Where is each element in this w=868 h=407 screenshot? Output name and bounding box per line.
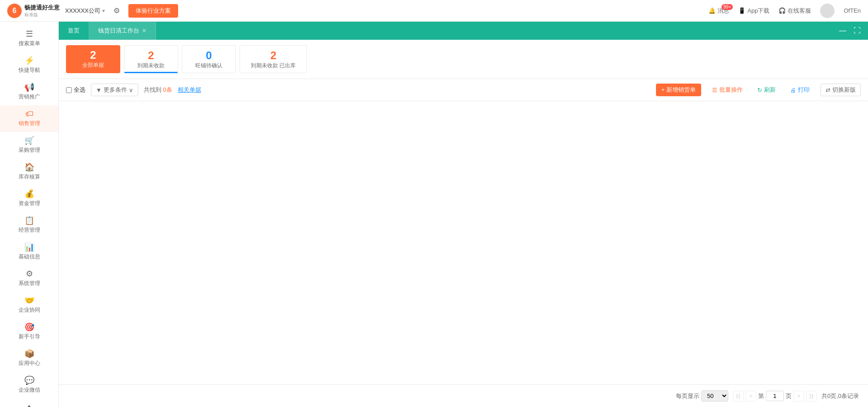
- select-all-input[interactable]: [66, 87, 72, 93]
- summary-cards: 2 全部单据 2 到期未收款 0 旺铺待确认 2 到期未收款 已出库: [59, 40, 868, 79]
- settings-icon[interactable]: ⚙: [110, 5, 123, 17]
- notification-action[interactable]: 🔔 消息 99+: [708, 7, 729, 15]
- refresh-icon: ↻: [757, 87, 762, 94]
- app-download-label: App下载: [747, 7, 769, 15]
- enterprise-icon: 🤝: [24, 296, 34, 304]
- card-overdue-out-label: 到期未收款 已出库: [251, 62, 296, 70]
- tab-bar: 首页 钱货日清工作台 ✕ — ⛶: [59, 22, 868, 40]
- sidebar-item-app-center[interactable]: 📦 应用中心: [0, 345, 58, 372]
- finance-icon: 💰: [24, 190, 34, 198]
- toolbar: 全选 ▼ 更多条件 ∨ 共找到 0条 相关单据 + 新增销货单: [59, 79, 868, 101]
- sidebar-item-basic-info[interactable]: 📊 基础信息: [0, 239, 58, 265]
- card-all[interactable]: 2 全部单据: [66, 45, 120, 73]
- sidebar-item-system[interactable]: ⚙ 系统管理: [0, 265, 58, 292]
- select-all-checkbox[interactable]: 全选: [66, 86, 85, 94]
- found-count: 0条: [163, 86, 172, 93]
- sidebar-label-wechat: 企业微信: [19, 386, 40, 394]
- page-unit: 页: [786, 392, 792, 400]
- card-overdue[interactable]: 2 到期未收款: [124, 45, 178, 73]
- sidebar-label-search: 搜索菜单: [19, 40, 40, 47]
- top-header: 6 畅捷通好生意 标准版 XXXXXX公司 ▾ ⚙ 体验行业方案 🔔 消息 99…: [0, 0, 868, 22]
- online-service-label: 在线客服: [788, 7, 811, 15]
- related-orders-link[interactable]: 相关单据: [178, 86, 201, 94]
- card-overdue-out-number: 2: [270, 49, 276, 62]
- found-text: 共找到 0条: [144, 86, 172, 94]
- sidebar-item-finance[interactable]: 💰 资金管理: [0, 185, 58, 212]
- wechat-icon: 💬: [24, 376, 34, 384]
- chevron-down-icon: ▾: [102, 8, 105, 14]
- card-underline: [124, 72, 178, 73]
- prev-page-button[interactable]: ＜: [745, 391, 756, 402]
- app-download-action[interactable]: 📱 App下载: [738, 7, 769, 15]
- batch-action-button[interactable]: ☰ 批量操作: [708, 84, 746, 96]
- tab-workbench[interactable]: 钱货日清工作台 ✕: [89, 22, 156, 40]
- sidebar-item-search[interactable]: ☰ 搜索菜单: [0, 25, 58, 52]
- first-page-button[interactable]: ⟨⟨: [733, 391, 744, 402]
- print-button[interactable]: 🖨 打印: [787, 84, 813, 96]
- sidebar-item-purchase[interactable]: 🛒 采购管理: [0, 132, 58, 159]
- per-page-label: 每页显示: [676, 392, 699, 400]
- company-selector[interactable]: XXXXXX公司 ▾: [65, 7, 105, 15]
- refresh-button[interactable]: ↻ 刷新: [754, 84, 779, 96]
- page-number-input[interactable]: [766, 391, 784, 401]
- sidebar-item-inventory[interactable]: 🏠 库存核算: [0, 159, 58, 185]
- sidebar-label-sales: 销售管理: [19, 120, 40, 127]
- tab-home[interactable]: 首页: [59, 22, 89, 40]
- basic-info-icon: 📊: [24, 243, 34, 251]
- sidebar: ☰ 搜索菜单 ⚡ 快捷导航 📢 营销推广 🏷 销售管理 🛒 采购管理 🏠 库存核…: [0, 22, 59, 407]
- switch-icon: ⇄: [826, 87, 830, 94]
- refresh-label: 刷新: [764, 86, 776, 94]
- sidebar-item-quick-nav[interactable]: ⚡ 快捷导航: [0, 52, 58, 79]
- tab-maximize-button[interactable]: ⛶: [852, 25, 863, 37]
- sidebar-item-marketing[interactable]: 📢 营销推广: [0, 79, 58, 105]
- page-size-select[interactable]: 20 50 100 200: [701, 390, 728, 402]
- headset-icon: 🎧: [778, 7, 786, 14]
- sidebar-item-sales[interactable]: 🏷 销售管理: [0, 105, 58, 132]
- user-name[interactable]: OfTEn: [844, 7, 861, 14]
- card-wangpu[interactable]: 0 旺铺待确认: [182, 45, 236, 73]
- logo-text: 畅捷通好生意 标准版: [24, 4, 60, 18]
- avatar[interactable]: [820, 4, 835, 18]
- notification-badge: 99+: [722, 4, 733, 10]
- card-wangpu-number: 0: [206, 49, 212, 62]
- next-page-button[interactable]: ＞: [793, 391, 804, 402]
- sidebar-label-system: 系统管理: [19, 280, 40, 287]
- print-icon: 🖨: [790, 87, 796, 94]
- header-right: 🔔 消息 99+ 📱 App下载 🎧 在线客服 OfTEn: [708, 4, 861, 18]
- sales-icon: 🏷: [25, 110, 33, 118]
- content-area: 首页 钱货日清工作台 ✕ — ⛶ 2 全部单据 2: [59, 22, 868, 407]
- card-all-label: 全部单据: [82, 62, 104, 69]
- sidebar-label-enterprise: 企业协同: [19, 306, 40, 314]
- sidebar-item-enterprise[interactable]: 🤝 企业协同: [0, 292, 58, 318]
- tab-actions: — ⛶: [837, 22, 868, 40]
- purchase-icon: 🛒: [24, 136, 34, 145]
- company-name: XXXXXX公司: [65, 7, 100, 15]
- app-center-icon: 📦: [24, 350, 34, 358]
- select-all-label: 全选: [74, 86, 85, 94]
- pagination-bar: 每页显示 20 50 100 200 ⟨⟨ ＜ 第 页 ＞ ⟩⟩: [59, 384, 868, 407]
- sidebar-item-vip[interactable]: ♦ 畅会员: [0, 398, 58, 407]
- online-service-action[interactable]: 🎧 在线客服: [778, 7, 811, 15]
- tab-close-icon[interactable]: ✕: [142, 28, 146, 34]
- last-page-button[interactable]: ⟩⟩: [806, 391, 817, 402]
- app-title: 畅捷通好生意: [24, 4, 60, 12]
- filter-button[interactable]: ▼ 更多条件 ∨: [91, 84, 138, 96]
- marketing-icon: 📢: [24, 83, 34, 91]
- search-menu-icon: ☰: [26, 30, 33, 38]
- sidebar-label-basic-info: 基础信息: [19, 253, 40, 261]
- tab-workbench-label: 钱货日清工作台: [98, 27, 139, 35]
- sidebar-label-marketing: 营销推广: [19, 93, 40, 101]
- switch-version-button[interactable]: ⇄ 切换新版: [821, 84, 861, 96]
- tab-minimize-button[interactable]: —: [837, 25, 848, 37]
- logo-area: 6 畅捷通好生意 标准版: [7, 4, 60, 18]
- sidebar-item-wechat[interactable]: 💬 企业微信: [0, 372, 58, 398]
- trial-button[interactable]: 体验行业方案: [128, 4, 178, 18]
- total-records: 共0页,0条记录: [821, 392, 859, 400]
- sidebar-item-operations[interactable]: 📋 经营管理: [0, 212, 58, 239]
- new-order-button[interactable]: + 新增销货单: [656, 84, 701, 96]
- sidebar-item-beginner[interactable]: 🎯 新手引导: [0, 318, 58, 345]
- batch-icon: ☰: [712, 87, 717, 94]
- system-icon: ⚙: [26, 270, 33, 278]
- card-overdue-out[interactable]: 2 到期未收款 已出库: [240, 45, 307, 73]
- toolbar-right: + 新增销货单 ☰ 批量操作 ↻ 刷新 🖨 打印 ⇄: [656, 84, 861, 96]
